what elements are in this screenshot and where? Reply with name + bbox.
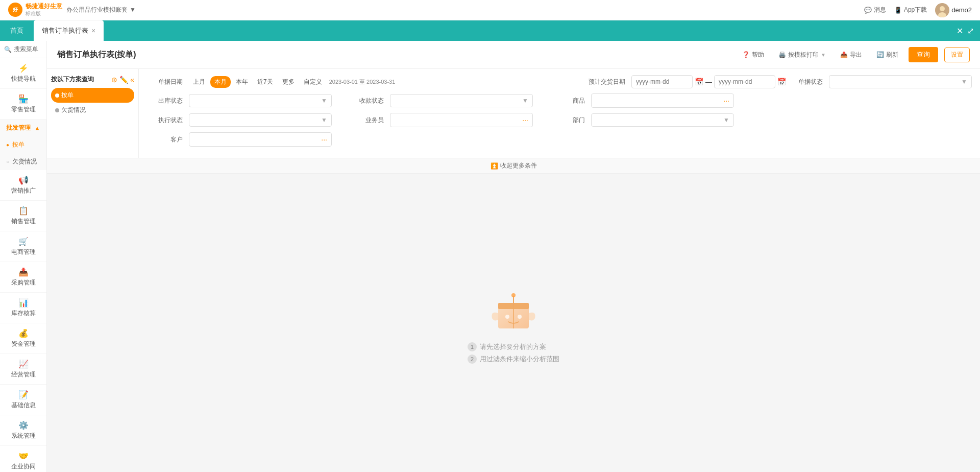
filter-row-3: 执行状态 ▼ 业务员 ··· 部门 ▼ bbox=[147, 113, 972, 127]
date-tab-7days[interactable]: 近7天 bbox=[253, 76, 277, 88]
tab-maximize-button[interactable]: ⤢ bbox=[967, 26, 974, 36]
sidebar-item-purchase-label: 采购管理 bbox=[11, 278, 36, 287]
print-icon: 🖨️ bbox=[778, 51, 786, 58]
retail-icon: 🏪 bbox=[18, 94, 29, 104]
collapse-bar: ⏫ 收起更多条件 bbox=[47, 158, 980, 174]
print-arrow-icon: ▼ bbox=[821, 52, 826, 58]
app-download-button[interactable]: 📱 App下载 bbox=[894, 6, 927, 14]
app-logo: 好 bbox=[8, 3, 22, 17]
sidebar-sub-item-order-label: 按单 bbox=[12, 140, 24, 149]
expected-date-end-input[interactable] bbox=[714, 75, 775, 88]
sub-order-dot: ● bbox=[6, 142, 9, 148]
sidebar-item-purchase[interactable]: 📥 采购管理 bbox=[0, 262, 46, 293]
help-label: 帮助 bbox=[752, 51, 764, 59]
sidebar-sub-item-debt[interactable]: ○ 欠货情况 bbox=[0, 153, 46, 170]
salesman-ellipsis[interactable]: ··· bbox=[522, 116, 528, 124]
message-button[interactable]: 💬 消息 bbox=[864, 6, 886, 14]
bill-status-chevron: ▼ bbox=[961, 78, 967, 85]
collapse-up-icon: ⏫ bbox=[491, 162, 498, 170]
tab-active[interactable]: 销售订单执行表 × bbox=[34, 20, 104, 41]
dept-label: 部门 bbox=[549, 116, 585, 125]
tab-close-window-button[interactable]: ✕ bbox=[957, 26, 963, 36]
dept-select[interactable]: ▼ bbox=[591, 113, 734, 127]
date-tab-this-month[interactable]: 本月 bbox=[210, 76, 231, 88]
settings-button[interactable]: 设置 bbox=[944, 48, 970, 62]
refresh-button[interactable]: 🔄 刷新 bbox=[872, 49, 902, 61]
date-tab-this-year[interactable]: 本年 bbox=[232, 76, 252, 88]
bill-status-label: 单据状态 bbox=[792, 78, 823, 86]
sidebar-item-marketing[interactable]: 📢 营销推广 bbox=[0, 170, 46, 201]
out-status-select[interactable]: ▼ bbox=[189, 94, 332, 107]
expected-date-calendar-start[interactable]: 📅 bbox=[695, 78, 703, 86]
empty-tip-1: 1 请先选择要分析的方案 bbox=[468, 342, 559, 351]
marketing-icon: 📢 bbox=[18, 175, 29, 185]
date-tab-last-month[interactable]: 上月 bbox=[189, 76, 209, 88]
sidebar-wholesale-header[interactable]: 批发管理 ▲ bbox=[0, 120, 46, 136]
customer-ellipsis[interactable]: ··· bbox=[321, 135, 327, 144]
operation-icon: 📈 bbox=[18, 359, 29, 369]
sidebar-sub-item-order[interactable]: ● 按单 bbox=[0, 136, 46, 153]
sidebar-item-basic[interactable]: 📝 基础信息 bbox=[0, 385, 46, 415]
sidebar-item-system[interactable]: ⚙️ 系统管理 bbox=[0, 415, 46, 446]
avatar-svg bbox=[935, 3, 949, 17]
sidebar-item-operation[interactable]: 📈 经营管理 bbox=[0, 354, 46, 385]
breadcrumb-text: 办公用品行业模拟账套 bbox=[66, 6, 128, 14]
goods-ellipsis[interactable]: ··· bbox=[723, 97, 729, 105]
tab-active-label: 销售订单执行表 bbox=[42, 26, 88, 35]
collapse-button[interactable]: ⏫ 收起更多条件 bbox=[491, 161, 537, 170]
user-avatar[interactable]: demo2 bbox=[935, 3, 972, 17]
sidebar-item-ecommerce-label: 电商管理 bbox=[11, 248, 36, 256]
expected-date-calendar-end[interactable]: 📅 bbox=[777, 78, 786, 86]
sidebar-item-operation-label: 经营管理 bbox=[11, 370, 36, 379]
tab-home[interactable]: 首页 bbox=[0, 20, 34, 41]
sidebar-item-inventory-label: 库存核算 bbox=[11, 309, 36, 318]
sidebar-item-sales[interactable]: 📋 销售管理 bbox=[0, 201, 46, 231]
sidebar-item-quicknav-label: 快捷导航 bbox=[11, 75, 36, 83]
add-scheme-icon[interactable]: ⊕ bbox=[111, 76, 117, 84]
page-title: 销售订单执行表(按单) bbox=[57, 50, 136, 66]
tip-num-1: 1 bbox=[468, 342, 477, 351]
inventory-icon: 📊 bbox=[18, 298, 29, 308]
execute-status-select[interactable]: ▼ bbox=[189, 113, 332, 127]
filter-scheme-icons: ⊕ ✏️ « bbox=[111, 76, 134, 84]
filter-scheme-item-debt[interactable]: 欠货情况 bbox=[51, 103, 134, 117]
print-label: 按模板打印 bbox=[788, 51, 819, 59]
svg-point-1 bbox=[940, 6, 945, 11]
goods-select[interactable]: ··· bbox=[591, 93, 734, 108]
avatar-image bbox=[935, 3, 949, 17]
bill-status-select[interactable]: ▼ bbox=[829, 75, 972, 88]
sidebar-item-corp[interactable]: 🤝 企业协同 bbox=[0, 446, 46, 472]
top-bar-right: 💬 消息 📱 App下载 demo2 bbox=[864, 3, 972, 17]
sidebar-item-finance[interactable]: 💰 资金管理 bbox=[0, 323, 46, 354]
tab-close-icon[interactable]: × bbox=[91, 27, 95, 35]
tip-num-2: 2 bbox=[468, 355, 477, 364]
empty-tips: 1 请先选择要分析的方案 2 用过滤条件来缩小分析范围 bbox=[468, 342, 559, 364]
search-button[interactable]: 查询 bbox=[909, 47, 938, 62]
sidebar-sub-item-debt-label: 欠货情况 bbox=[12, 157, 37, 166]
execute-status-chevron: ▼ bbox=[321, 116, 327, 124]
scheme-debt-label: 欠货情况 bbox=[61, 106, 86, 114]
customer-select[interactable]: ··· bbox=[189, 132, 332, 147]
sidebar-item-inventory[interactable]: 📊 库存核算 bbox=[0, 293, 46, 323]
sidebar-item-quicknav[interactable]: ⚡ 快捷导航 bbox=[0, 58, 46, 89]
expected-date-start-input[interactable] bbox=[631, 75, 693, 88]
edit-scheme-icon[interactable]: ✏️ bbox=[119, 76, 128, 84]
help-icon: ❓ bbox=[742, 51, 750, 58]
sidebar-item-retail[interactable]: 🏪 零售管理 bbox=[0, 89, 46, 120]
basic-icon: 📝 bbox=[18, 390, 29, 399]
sidebar-item-ecommerce[interactable]: 🛒 电商管理 bbox=[0, 231, 46, 262]
filter-scheme-item-order[interactable]: 按单 bbox=[51, 88, 134, 103]
date-tab-more[interactable]: 更多 bbox=[278, 76, 299, 88]
print-button[interactable]: 🖨️ 按模板打印 ▼ bbox=[774, 49, 830, 61]
collapse-scheme-icon[interactable]: « bbox=[130, 76, 134, 84]
export-button[interactable]: 📤 导出 bbox=[836, 49, 866, 61]
filter-panel: 按以下方案查询 ⊕ ✏️ « 按单 欠货情况 bbox=[47, 69, 980, 158]
filter-row-1: 单据日期 上月 本月 本年 近7天 更多 自定义 2023-03-01 至 20… bbox=[147, 75, 972, 88]
receive-status-select[interactable]: ▼ bbox=[390, 94, 533, 107]
salesman-select[interactable]: ··· bbox=[390, 113, 533, 127]
breadcrumb[interactable]: 办公用品行业模拟账套 ▼ bbox=[66, 6, 136, 14]
date-tab-custom[interactable]: 自定义 bbox=[300, 76, 326, 88]
collapse-label: 收起更多条件 bbox=[500, 161, 537, 170]
sidebar-search[interactable]: 🔍 搜索菜单 bbox=[0, 41, 46, 58]
help-button[interactable]: ❓ 帮助 bbox=[738, 49, 768, 61]
